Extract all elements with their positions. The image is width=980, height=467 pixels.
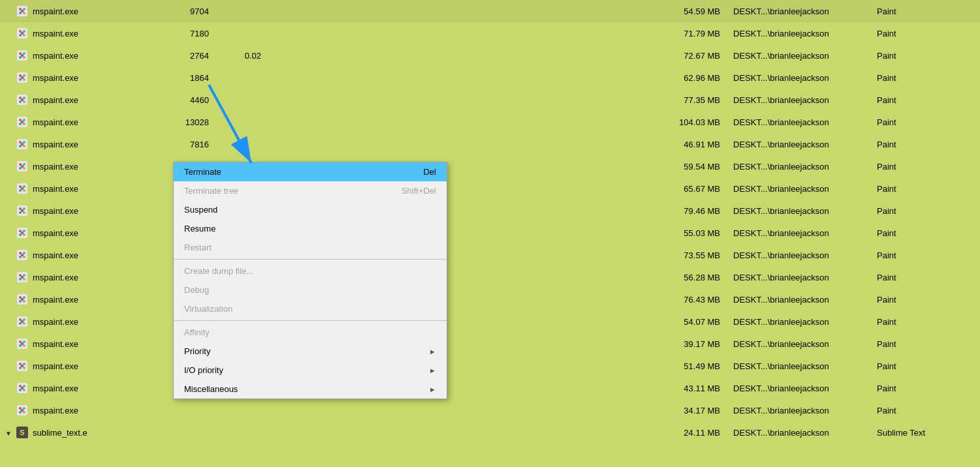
process-name: sublime_text.e [33,428,163,438]
process-icon [16,115,29,128]
process-memory: 71.79 MB [655,29,733,38]
process-desc: Paint [877,295,975,305]
process-name: mspaint.exe [33,384,163,393]
table-row[interactable]: mspaint.exe 39.17 MB DESKT...\brianleeja… [0,333,980,355]
table-row[interactable]: mspaint.exe 2764 0.02 72.67 MB DESKT...\… [0,44,980,67]
io-priority-arrow-icon: ► [429,367,436,374]
separator-1 [174,259,447,260]
process-name: mspaint.exe [33,162,163,172]
process-icon [16,315,29,328]
svg-rect-59 [21,209,24,212]
process-user: DESKT...\brianleejackson [733,361,877,371]
table-row[interactable]: mspaint.exe 7816 46.91 MB DESKT...\brian… [0,133,980,155]
table-row[interactable]: mspaint.exe 54.07 MB DESKT...\brianleeja… [0,310,980,333]
process-user: DESKT...\brianleejackson [733,250,877,260]
process-icon [16,249,29,262]
menu-item-create-dump[interactable]: Create dump file... [174,262,447,280]
process-name: mspaint.exe [33,228,163,238]
menu-label-suspend: Suspend [184,205,217,215]
expand-icon[interactable]: ▼ [5,430,12,437]
menu-item-affinity[interactable]: Affinity [174,323,447,342]
table-row[interactable]: mspaint.exe 7180 71.79 MB DESKT...\brian… [0,22,980,44]
menu-item-suspend[interactable]: Suspend [174,200,447,219]
table-row[interactable]: mspaint.exe 79.46 MB DESKT...\brianleeja… [0,200,980,222]
process-desc: Paint [877,406,975,415]
process-icon [16,382,29,395]
process-user: DESKT...\brianleejackson [733,73,877,83]
process-memory: 76.43 MB [655,295,733,305]
process-name: mspaint.exe [33,406,163,415]
menu-item-resume[interactable]: Resume [174,219,447,238]
table-row[interactable]: mspaint.exe 56.28 MB DESKT...\brianleeja… [0,266,980,288]
table-row[interactable]: ▼ S sublime_text.e 24.11 MB DESKT...\bri… [0,421,980,444]
table-row[interactable]: mspaint.exe 51.49 MB DESKT...\brianleeja… [0,355,980,377]
process-pid: 1864 [163,73,229,83]
process-user: DESKT...\brianleejackson [733,228,877,238]
process-icon [16,337,29,350]
process-name: mspaint.exe [33,295,163,305]
priority-arrow-icon: ► [429,348,436,355]
process-name: mspaint.exe [33,184,163,194]
separator-2 [174,320,447,321]
process-name: mspaint.exe [33,117,163,127]
process-name: mspaint.exe [33,361,163,371]
table-row[interactable]: mspaint.exe 13028 104.03 MB DESKT...\bri… [0,111,980,133]
process-icon [16,49,29,62]
process-name: mspaint.exe [33,51,163,61]
menu-item-io-priority[interactable]: I/O priority ► [174,361,447,380]
process-icon [16,5,29,18]
process-list: mspaint.exe 9704 54.59 MB DESKT...\brian… [0,0,980,467]
table-row[interactable]: mspaint.exe 1864 62.96 MB DESKT...\brian… [0,67,980,89]
process-desc: Paint [877,162,975,172]
process-icon [16,271,29,284]
process-desc: Paint [877,339,975,349]
menu-item-terminate-tree[interactable]: Terminate tree Shift+Del [174,181,447,200]
menu-item-terminate[interactable]: Terminate Del [174,162,447,181]
svg-rect-23 [21,76,24,79]
table-row[interactable]: mspaint.exe 59.54 MB DESKT...\brianleeja… [0,155,980,177]
process-desc: Paint [877,51,975,61]
table-row[interactable]: mspaint.exe 76.43 MB DESKT...\brianleeja… [0,288,980,310]
menu-item-priority[interactable]: Priority ► [174,342,447,361]
process-desc: Paint [877,273,975,282]
process-user: DESKT...\brianleejackson [733,317,877,327]
menu-item-restart[interactable]: Restart [174,238,447,257]
process-user: DESKT...\brianleejackson [733,162,877,172]
process-pid: 7180 [163,29,229,38]
process-memory: 56.28 MB [655,273,733,282]
process-pid: 7816 [163,140,229,149]
process-desc: Sublime Text [877,428,975,438]
table-row[interactable]: mspaint.exe 73.55 MB DESKT...\brianleeja… [0,244,980,266]
process-pid: 4460 [163,95,229,105]
svg-rect-107 [21,387,24,389]
process-memory: 43.11 MB [655,384,733,393]
process-memory: 55.03 MB [655,228,733,238]
menu-label-debug: Debug [184,285,209,295]
process-desc: Paint [877,228,975,238]
process-user: DESKT...\brianleejackson [733,140,877,149]
process-desc: Paint [877,206,975,216]
table-row[interactable]: mspaint.exe 9704 54.59 MB DESKT...\brian… [0,0,980,22]
process-user: DESKT...\brianleejackson [733,184,877,194]
process-desc: Paint [877,384,975,393]
menu-item-debug[interactable]: Debug [174,280,447,299]
svg-rect-47 [21,165,24,168]
table-row[interactable]: mspaint.exe 65.67 MB DESKT...\brianleeja… [0,177,980,200]
svg-rect-71 [21,254,24,256]
process-desc: Paint [877,317,975,327]
menu-label-terminate: Terminate [184,167,221,177]
menu-item-miscellaneous[interactable]: Miscellaneous ► [174,380,447,399]
process-user: DESKT...\brianleejackson [733,339,877,349]
process-desc: Paint [877,361,975,371]
process-cpu: 0.02 [229,51,281,61]
table-row[interactable]: mspaint.exe 43.11 MB DESKT...\brianleeja… [0,377,980,399]
process-memory: 39.17 MB [655,339,733,349]
table-row[interactable]: mspaint.exe 55.03 MB DESKT...\brianleeja… [0,222,980,244]
process-memory: 77.35 MB [655,95,733,105]
table-row[interactable]: mspaint.exe 4460 77.35 MB DESKT...\brian… [0,89,980,111]
table-row[interactable]: mspaint.exe 34.17 MB DESKT...\brianleeja… [0,399,980,421]
menu-item-virtualization[interactable]: Virtualization [174,299,447,318]
process-memory: 79.46 MB [655,206,733,216]
menu-label-io-priority: I/O priority [184,365,223,375]
process-memory: 54.59 MB [655,7,733,16]
